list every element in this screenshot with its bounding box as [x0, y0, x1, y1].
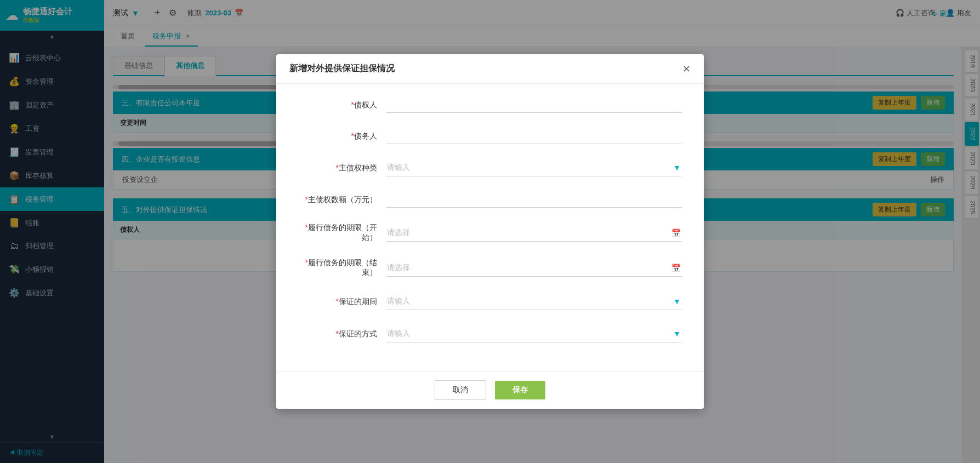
creditor-label-text: 债权人: [354, 100, 377, 109]
debt-type-input-wrap[interactable]: 请输入 ▼: [386, 159, 682, 176]
field-debt-type-label: *主债权种类: [298, 163, 386, 173]
field-guarantee-period-label: *保证的期间: [298, 297, 386, 307]
end-date-placeholder: 请选择: [387, 263, 410, 273]
debt-type-placeholder: 请输入: [387, 163, 410, 173]
guarantee-period-select[interactable]: 请输入 ▼: [386, 293, 682, 310]
guarantee-period-placeholder: 请输入: [387, 296, 410, 306]
creditor-input[interactable]: [386, 97, 682, 113]
debtor-label-text: 债务人: [354, 132, 377, 140]
end-date-label-text: 履行债务的期限（结束）: [308, 258, 377, 277]
guarantee-method-select[interactable]: 请输入 ▼: [386, 325, 682, 342]
debt-type-select[interactable]: 请输入 ▼: [386, 159, 682, 176]
modal-header: 新增对外提供保证担保情况 ✕: [276, 54, 704, 84]
start-date-placeholder: 请选择: [387, 228, 410, 238]
start-date-picker[interactable]: 请选择 📅: [386, 225, 682, 242]
start-date-calendar-icon: 📅: [671, 228, 681, 237]
save-button[interactable]: 保存: [495, 381, 545, 399]
field-start-date-label: *履行债务的期限（开始）: [298, 223, 386, 243]
field-guarantee-method: *保证的方式 请输入 ▼: [298, 325, 682, 342]
end-date-calendar-icon: 📅: [671, 264, 681, 272]
modal-title: 新增对外提供保证担保情况: [289, 63, 395, 75]
field-guarantee-period: *保证的期间 请输入 ▼: [298, 293, 682, 310]
field-end-date: *履行债务的期限（结束） 请选择 📅: [298, 258, 682, 278]
end-date-input-wrap[interactable]: 请选择 📅: [386, 260, 682, 277]
modal-close-button[interactable]: ✕: [682, 64, 691, 74]
cancel-button[interactable]: 取消: [435, 380, 486, 400]
field-start-date: *履行债务的期限（开始） 请选择 📅: [298, 223, 682, 243]
field-debtor: *债务人: [298, 128, 682, 144]
field-end-date-label: *履行债务的期限（结束）: [298, 258, 386, 278]
guarantee-method-placeholder: 请输入: [387, 329, 410, 339]
debt-amount-label-text: 主债权数额（万元）: [308, 195, 377, 204]
end-date-picker[interactable]: 请选择 📅: [386, 260, 682, 277]
debt-amount-input-wrap: [386, 192, 682, 208]
guarantee-period-input-wrap[interactable]: 请输入 ▼: [386, 293, 682, 310]
guarantee-method-input-wrap[interactable]: 请输入 ▼: [386, 325, 682, 342]
modal-footer: 取消 保存: [276, 371, 704, 409]
debtor-input-wrap: [386, 128, 682, 144]
creditor-input-wrap: [386, 97, 682, 113]
guarantee-method-label-text: 保证的方式: [339, 329, 377, 338]
field-creditor-label: *债权人: [298, 100, 386, 110]
modal: 新增对外提供保证担保情况 ✕ *债权人 *债务人: [276, 54, 704, 409]
debt-amount-input[interactable]: [386, 192, 682, 208]
modal-body: *债权人 *债务人 *主债权种类: [276, 84, 704, 371]
debt-type-label-text: 主债权种类: [339, 163, 377, 172]
field-guarantee-method-label: *保证的方式: [298, 329, 386, 339]
start-date-input-wrap[interactable]: 请选择 📅: [386, 225, 682, 242]
field-debt-amount-label: *主债权数额（万元）: [298, 195, 386, 205]
guarantee-period-label-text: 保证的期间: [339, 297, 377, 306]
field-creditor: *债权人: [298, 97, 682, 113]
start-date-label-text: 履行债务的期限（开始）: [308, 223, 377, 242]
guarantee-period-chevron: ▼: [673, 297, 681, 306]
field-debt-amount: *主债权数额（万元）: [298, 192, 682, 208]
field-debt-type: *主债权种类 请输入 ▼: [298, 159, 682, 176]
field-debtor-label: *债务人: [298, 132, 386, 141]
modal-overlay: 新增对外提供保证担保情况 ✕ *债权人 *债务人: [0, 0, 980, 463]
debt-type-chevron: ▼: [673, 163, 681, 172]
debtor-input[interactable]: [386, 128, 682, 144]
guarantee-method-chevron: ▼: [673, 329, 681, 338]
